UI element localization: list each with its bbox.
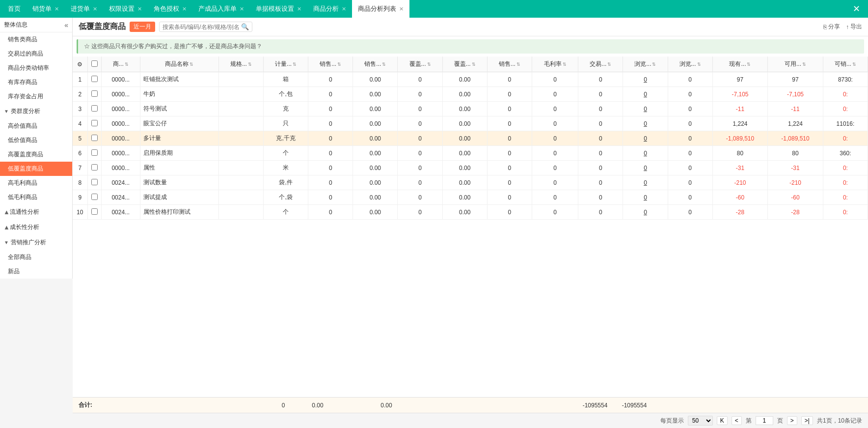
sidebar-item-low-margin[interactable]: 低毛利商品 xyxy=(0,190,72,204)
col-current[interactable]: 现有...⇅ xyxy=(712,57,768,72)
sidebar-section-flow[interactable]: ▶ 流通性分析 xyxy=(0,204,72,220)
page-input[interactable] xyxy=(756,416,773,425)
nav-tab-permission[interactable]: 权限设置 ✕ xyxy=(103,0,148,18)
row-browse1[interactable]: 0 xyxy=(623,146,668,161)
sidebar-item-traded-goods[interactable]: 交易过的商品 xyxy=(0,47,72,61)
col-saleable[interactable]: 可销...⇅ xyxy=(823,57,868,72)
window-close-button[interactable]: ✕ xyxy=(847,0,866,18)
sidebar-section-growth[interactable]: ▶ 成长性分析 xyxy=(0,220,72,235)
total-current: -1095554 xyxy=(575,402,615,409)
row-spec xyxy=(218,87,263,102)
row-checkbox[interactable] xyxy=(87,87,101,102)
row-checkbox[interactable] xyxy=(87,146,101,161)
sidebar-item-low-value[interactable]: 低价值商品 xyxy=(0,133,72,147)
close-tab-inbound[interactable]: ✕ xyxy=(240,6,244,12)
nav-tab-analysis-list[interactable]: 商品分析列表 ✕ xyxy=(352,0,409,18)
period-button[interactable]: 近一月 xyxy=(130,22,155,32)
close-tab-role[interactable]: ✕ xyxy=(182,6,187,12)
row-checkbox[interactable] xyxy=(87,102,101,116)
sidebar-item-high-value[interactable]: 高价值商品 xyxy=(0,119,72,133)
search-icon[interactable]: 🔍 xyxy=(241,23,249,30)
row-browse1[interactable]: 0 xyxy=(623,175,668,190)
row-browse1[interactable]: 0 xyxy=(623,131,668,146)
sidebar-item-high-coverage[interactable]: 高覆盖度商品 xyxy=(0,147,72,162)
close-tab-purchase[interactable]: ✕ xyxy=(93,6,97,12)
nav-tab-home[interactable]: 首页 xyxy=(2,0,27,18)
nav-tab-analysis[interactable]: 商品分析 ✕ xyxy=(307,0,352,18)
col-gross[interactable]: 毛利率⇅ xyxy=(532,57,578,72)
row-cov2: 0.00 xyxy=(442,175,487,190)
row-checkbox[interactable] xyxy=(87,205,101,220)
col-sales-qty[interactable]: 销售...⇅ xyxy=(308,57,353,72)
last-page-btn[interactable]: >| xyxy=(801,416,813,425)
col-available[interactable]: 可用...⇅ xyxy=(768,57,823,72)
next-page-btn[interactable]: > xyxy=(787,416,797,425)
col-spec[interactable]: 规格...⇅ xyxy=(218,57,263,72)
row-browse1[interactable]: 0 xyxy=(623,87,668,102)
export-button[interactable]: ↑ 导出 xyxy=(846,23,862,31)
sidebar-item-sales-goods[interactable]: 销售类商品 xyxy=(0,32,72,47)
sidebar-item-category-rate[interactable]: 商品分类动销率 xyxy=(0,61,72,75)
col-browse1[interactable]: 浏览...⇅ xyxy=(623,57,668,72)
nav-tab-sales[interactable]: 销货单 ✕ xyxy=(27,0,65,18)
col-cov2[interactable]: 覆盖...⇅ xyxy=(442,57,487,72)
close-tab-permission[interactable]: ✕ xyxy=(137,6,142,12)
col-cov1[interactable]: 覆盖...⇅ xyxy=(398,57,442,72)
sidebar-section-marketing[interactable]: ▼ 营销推广分析 xyxy=(0,235,72,250)
col-sales3[interactable]: 销售...⇅ xyxy=(487,57,532,72)
table-row: 5 0000... 多计量 克,千克 0 0.00 0 0.00 0 0 0 0… xyxy=(73,131,868,146)
sidebar-item-new-goods[interactable]: 新品 xyxy=(0,264,72,279)
per-page-select[interactable]: 50 20 100 xyxy=(688,416,713,426)
row-current: -28 xyxy=(712,205,768,220)
row-gross: 0 xyxy=(532,161,578,175)
sidebar-item-low-coverage[interactable]: 低覆盖度商品 xyxy=(0,162,72,176)
settings-icon[interactable]: ⚙ xyxy=(77,61,82,68)
close-tab-analysis-list[interactable]: ✕ xyxy=(399,6,404,12)
col-code[interactable]: 商...⇅ xyxy=(101,57,140,72)
nav-tab-inbound[interactable]: 产成品入库单 ✕ xyxy=(192,0,250,18)
col-sales-amt[interactable]: 销售...⇅ xyxy=(353,57,398,72)
row-browse1[interactable]: 0 xyxy=(623,205,668,220)
search-input[interactable] xyxy=(163,24,241,30)
row-trade: 0 xyxy=(578,72,623,87)
row-checkbox[interactable] xyxy=(87,190,101,205)
first-page-btn[interactable]: K xyxy=(717,416,728,425)
sidebar-item-all-goods[interactable]: 全部商品 xyxy=(0,250,72,264)
nav-tab-purchase[interactable]: 进货单 ✕ xyxy=(65,0,103,18)
nav-tab-role[interactable]: 角色授权 ✕ xyxy=(148,0,192,18)
row-cov2: 0.00 xyxy=(442,102,487,116)
close-tab-analysis[interactable]: ✕ xyxy=(342,6,346,12)
share-button[interactable]: ⎘ 分享 xyxy=(823,23,840,31)
row-checkbox[interactable] xyxy=(87,116,101,131)
row-unit: 箱 xyxy=(263,72,308,87)
prev-page-btn[interactable]: < xyxy=(732,416,742,425)
col-name[interactable]: 商品名称⇅ xyxy=(140,57,218,72)
flow-arrow-icon: ▶ xyxy=(3,210,9,214)
row-browse1[interactable]: 0 xyxy=(623,161,668,175)
row-checkbox[interactable] xyxy=(87,72,101,87)
col-unit[interactable]: 计量...⇅ xyxy=(263,57,308,72)
close-tab-template[interactable]: ✕ xyxy=(297,6,301,12)
page-suffix: 页 xyxy=(777,417,783,425)
col-trade[interactable]: 交易...⇅ xyxy=(578,57,623,72)
row-browse1[interactable]: 0 xyxy=(623,102,668,116)
close-tab-sales[interactable]: ✕ xyxy=(54,6,59,12)
row-checkbox[interactable] xyxy=(87,161,101,175)
row-browse1[interactable]: 0 xyxy=(623,116,668,131)
sidebar-collapse-btn[interactable]: « xyxy=(64,21,68,29)
row-name: 属性价格打印测试 xyxy=(140,205,218,220)
row-trade: 0 xyxy=(578,205,623,220)
sidebar-item-high-margin[interactable]: 高毛利商品 xyxy=(0,176,72,190)
col-settings[interactable]: ⚙ xyxy=(73,57,87,72)
col-browse2[interactable]: 浏览...⇅ xyxy=(668,57,712,72)
cluster-arrow-icon: ▼ xyxy=(4,109,9,114)
row-browse1[interactable]: 0 xyxy=(623,190,668,205)
nav-tab-template[interactable]: 单据模板设置 ✕ xyxy=(250,0,307,18)
row-checkbox[interactable] xyxy=(87,131,101,146)
sidebar-item-stock-goods[interactable]: 有库存商品 xyxy=(0,75,72,89)
row-checkbox[interactable] xyxy=(87,175,101,190)
select-all-checkbox[interactable] xyxy=(91,60,98,67)
sidebar-section-cluster[interactable]: ▼ 类群度分析 xyxy=(0,104,72,119)
row-browse1[interactable]: 0 xyxy=(623,72,668,87)
sidebar-item-stock-capital[interactable]: 库存资金占用 xyxy=(0,89,72,104)
